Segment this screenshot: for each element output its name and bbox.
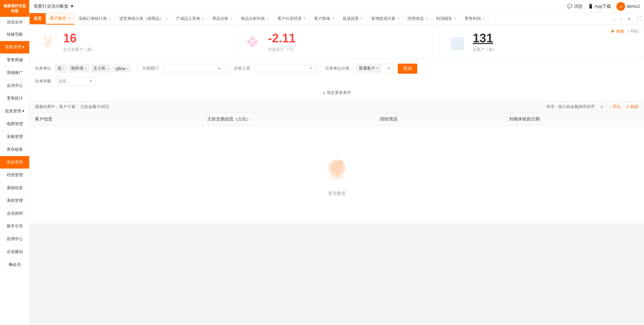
quick-nav-item[interactable]: 快捷导航 [0,28,29,41]
tab-3[interactable]: 进货单统计表（按商品）× [115,13,172,24]
sort-arrow[interactable]: ▼ [600,105,604,109]
tab-next-btn[interactable]: › [617,14,625,24]
help-link[interactable]: ? 帮助 [627,29,638,34]
tab-close-3[interactable]: × [166,17,168,21]
tab-9[interactable]: 提成设置× [339,13,367,24]
company-selector[interactable]: 母婴行业演示帐套 ▼ [34,3,74,9]
tab-13[interactable]: 零售利润× [461,13,489,24]
tab-7[interactable]: 客户分层经营× [273,13,310,24]
sidebar-item-0[interactable]: 零售管理 ▾ [0,41,29,54]
tab-0[interactable]: 首页 [30,13,46,24]
unit-tag-remove-2[interactable]: × [106,67,109,71]
tab-12[interactable]: 利润报告× [432,13,461,24]
unit-label: 往来单位 [35,66,51,71]
unit-tag-remove-1[interactable]: × [84,67,86,71]
username: demo2 [627,4,640,9]
stat-icon-diamond: ❖ [243,32,263,52]
sidebar-item-16[interactable]: 企业微信 [0,246,29,258]
refresh-btn[interactable]: ↺ 刷新 [626,104,639,110]
message-icon: 💬 [567,4,572,9]
dept-dots: ... [224,67,227,71]
empty-icon [320,153,354,186]
stat-value-customers: 16 [63,31,95,45]
table-header-2: 回款情况 [380,116,509,122]
user-profile[interactable]: d demo2 [616,2,640,11]
tab-11[interactable]: 经营情况× [403,13,432,24]
tab-8[interactable]: 客户联络× [310,13,339,24]
stat-icon-building: ▦ [447,32,467,52]
tab-close-10[interactable]: × [397,17,399,21]
tab-close-5[interactable]: × [230,17,232,21]
sidebar-nav: 零售管理 ▾零售商城营销推广会员中心零售统计批发管理 ▾电商管理采购管理库存核算… [0,41,29,271]
tab-close-13[interactable]: × [483,17,485,21]
results-info: 搜索结果中，客户 0 家 欠款金额 0.00元 [35,104,109,110]
results-actions: 排序：按欠款金额倒序排序 ▼ ↑ 导出 ↺ 刷新 [546,104,639,110]
tab-close-4[interactable]: × [202,17,204,21]
sidebar-item-13[interactable]: 企业协同 [0,207,29,220]
balance-select[interactable]: 选择... ▼ [55,77,95,86]
sidebar-item-7[interactable]: 采购管理 [0,131,29,143]
export-btn[interactable]: ↑ 导出 [609,104,620,110]
sidebar-item-5[interactable]: 批发管理 ▾ [0,105,29,118]
sidebar-item-10[interactable]: 经营管理 [0,169,29,182]
sidebar-item-4[interactable]: 零售统计 [0,92,29,105]
content-area: ¥ 16 总欠款客户（家） ❖ -2.11 欠款合计（万） ▶ 视频 [30,25,644,325]
collapse-arrow: ∧ [323,91,326,95]
unit-type-select[interactable]: 普通客户 ✕ ▼ [353,63,394,74]
tab-close-9[interactable]: × [361,17,363,21]
sidebar-item-8[interactable]: 库存核算 [0,143,29,156]
tab-close-2[interactable]: × [109,17,111,21]
tab-close-6[interactable]: × [267,17,269,21]
unit-type-value: 普通客户 [359,66,375,71]
sidebar-item-1[interactable]: 零售商城 [0,54,29,67]
stat-total-customers: ▶ 视频 ? 帮助 ▦ 131 总客户（家） [439,25,644,59]
person-select[interactable]: ▼ ... [254,65,321,72]
tab-close-1[interactable]: × [68,16,70,20]
empty-text: 暂无数据 [328,190,346,196]
unit-tag-label-2: 王小亮 [93,66,105,71]
tab-2[interactable]: 采购订单统计表× [75,13,115,24]
sidebar-item-14[interactable]: 新手引导 [0,220,29,233]
tab-close-12[interactable]: × [454,17,456,21]
table-header-0: 客户信息 [35,116,207,122]
more-tags-btn[interactable]: ... [135,66,138,71]
logo-subtext: 标版 [11,8,18,13]
sidebar-item-17[interactable]: 畅会员 [0,258,29,271]
stat-debt-total: ❖ -2.11 欠款合计（万） [234,25,439,59]
person-label: 分管人员 [234,66,250,71]
message-btn[interactable]: 💬 消息 [567,3,583,9]
tab-close-8[interactable]: × [332,17,334,21]
tab-close-7[interactable]: × [304,17,306,21]
unit-tag-remove-0[interactable]: × [62,67,65,71]
stat-label-total: 总客户（家） [473,47,497,52]
video-link[interactable]: ▶ 视频 [611,29,624,34]
results-bar: 搜索结果中，客户 0 家 欠款金额 0.00元 排序：按欠款金额倒序排序 ▼ ↑… [30,101,644,113]
app-download-btn[interactable]: 📱 App下载 [588,3,611,9]
sidebar-item-3[interactable]: 会员中心 [0,79,29,92]
sidebar-item-11[interactable]: 基础信息 [0,182,29,194]
app-logo: 畅捷通好生意 标版 [0,0,29,17]
tab-prev-btn[interactable]: ‹ [611,14,618,24]
tab-1[interactable]: 客户账本× [46,13,75,25]
sidebar-item-2[interactable]: 营销推广 [0,67,29,79]
search-menu-item[interactable]: 搜索菜单 [0,17,29,28]
tab-expand-btn[interactable]: ⛶ [634,14,644,24]
sidebar-item-15[interactable]: 应用中心 [0,233,29,246]
dept-label: 分管部门 [142,66,159,71]
sidebar-item-12[interactable]: 系统管理 [0,194,29,207]
dept-select[interactable]: ▼ ... [163,65,230,72]
tab-10[interactable]: 新增提成方案× [367,13,404,24]
sidebar-item-6[interactable]: 电商管理 [0,118,29,131]
tab-close-11[interactable]: × [426,17,428,21]
tab-5[interactable]: 商品分析× [208,13,237,24]
tab-close-all-btn[interactable]: ✕ [625,14,634,24]
stat-debt-customers: ¥ 16 总欠款客户（家） [30,25,234,59]
unit-type-remove[interactable]: ✕ [376,66,379,71]
sort-label: 排序：按欠款金额倒序排序 [546,104,595,110]
collapse-btn[interactable]: ∧ 收起更多条件 [320,88,354,97]
tab-4[interactable]: 产成品入库单× [172,13,209,24]
sidebar-item-9[interactable]: 资金管理 [0,156,29,169]
unit-tag-remove-3[interactable]: × [126,67,128,71]
query-button[interactable]: 查询 [398,64,417,74]
tab-6[interactable]: 商品分析列表× [237,13,273,24]
